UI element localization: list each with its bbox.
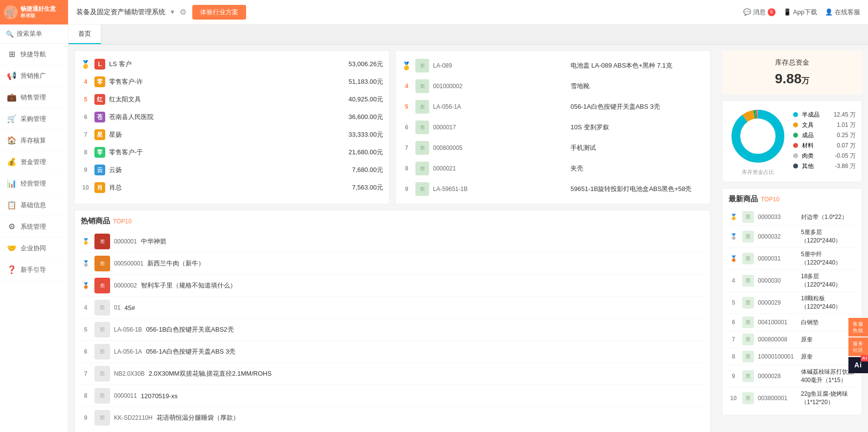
logo-subtitle: 标准版 bbox=[21, 12, 56, 19]
customer-amount-8: 7,563.00元 bbox=[352, 183, 383, 192]
viewed-name-6: 夹壳 bbox=[571, 164, 704, 173]
hot-rank-6: 6 bbox=[81, 348, 91, 355]
message-item[interactable]: 💬 消息 6 bbox=[743, 8, 776, 17]
sidebar-label-quick-nav: 快捷导航 bbox=[21, 50, 46, 59]
sidebar-item-sales[interactable]: 💼 销售管理 bbox=[0, 87, 68, 108]
marketing-icon: 📢 bbox=[7, 71, 17, 80]
newest-name-10: 22g鱼豆腐-烧烤味（1*12*20） bbox=[801, 390, 856, 407]
online-service-item[interactable]: 👤 在线客服 bbox=[825, 8, 860, 17]
purchase-icon: 🛒 bbox=[7, 114, 17, 123]
rank-num-5: 7 bbox=[81, 131, 91, 138]
medal-1-icon: 🥇 bbox=[81, 60, 91, 69]
newest-code-6: 004100001 bbox=[758, 319, 797, 326]
viewed-name-7: 59651-1B旋转投影灯电池盒ABS黑色+58壳 bbox=[571, 185, 704, 193]
content: 🥇 L LS 客户 53,006.26元 4 零 零售客户-许 51,183.0… bbox=[69, 45, 868, 432]
hot-product-6: 6 图 LA-056-1A 056-1A白色按键开关盖ABS 3壳 bbox=[81, 341, 704, 363]
viewed-name-1: 电池盖 LA-089 ABS本色+黑种 7.1克 bbox=[571, 61, 704, 70]
float-service-btn[interactable]: 客服热线 bbox=[848, 318, 868, 336]
hot-code-2: 000500001 bbox=[114, 260, 143, 267]
customer-name-2: 零售客户-许 bbox=[109, 77, 344, 86]
customer-amount-1: 53,006.26元 bbox=[348, 60, 383, 69]
sidebar-item-guide[interactable]: ❓ 新手引导 bbox=[0, 259, 68, 281]
customer-name-6: 零售客户-于 bbox=[109, 148, 344, 157]
rank-num-3: 5 bbox=[81, 96, 91, 103]
customer-rank-6: 8 零 零售客户-于 21,680.00元 bbox=[81, 145, 383, 160]
app-download-item[interactable]: 📱 App下载 bbox=[783, 8, 817, 17]
header-title-area: 装备及固定资产辅助管理系统 ▼ ⚙ bbox=[76, 7, 186, 17]
newest-thumb-3: 图 bbox=[742, 253, 754, 264]
sidebar-item-quick-nav[interactable]: ⊞ 快捷导航 bbox=[0, 44, 68, 65]
sales-icon: 💼 bbox=[7, 93, 17, 102]
newest-rank-6: 6 bbox=[729, 319, 738, 326]
newest-thumb-1: 图 bbox=[742, 211, 754, 223]
top-panels: 🥇 L LS 客户 53,006.26元 4 零 零售客户-许 51,183.0… bbox=[74, 50, 710, 204]
viewed-rank-7: 9 图 LA-59651-1B 59651-1B旋转投影灯电池盒ABS黑色+58… bbox=[402, 180, 704, 198]
search-menu[interactable]: 🔍 搜索菜单 bbox=[0, 24, 68, 44]
newest-name-2: 5厘多层（1220*2440） bbox=[801, 228, 856, 245]
settings-icon[interactable]: ⚙ bbox=[180, 7, 186, 17]
viewed-rank-3: 5 图 LA-056-1A 056-1A白色按键开关盖ABS 3壳 bbox=[402, 98, 704, 116]
sidebar-item-basic[interactable]: 📋 基础信息 bbox=[0, 194, 68, 216]
legend-label-0: 半成品 bbox=[802, 111, 820, 119]
hot-thumb-7: 图 bbox=[94, 366, 110, 382]
legend-item-4: 肉类 -0.05 万 bbox=[793, 152, 856, 160]
customer-badge-5: 星 bbox=[94, 129, 105, 140]
newest-item-3: 🥉 图 0000031 5厘中纤（1220*2440） bbox=[729, 248, 856, 270]
float-ai-btn[interactable]: Ai Ai bbox=[848, 357, 868, 373]
sidebar-item-operations[interactable]: 📊 经营管理 bbox=[0, 173, 68, 194]
customer-rank-8: 10 肖 肖总 7,563.00元 bbox=[81, 180, 383, 195]
hot-products-top-badge: TOP10 bbox=[113, 218, 132, 225]
rank-num-4: 6 bbox=[81, 114, 91, 120]
sidebar-item-purchase[interactable]: 🛒 采购管理 bbox=[0, 108, 68, 130]
hot-rank-1: 🥇 bbox=[81, 238, 91, 245]
customer-badge-4: 苍 bbox=[94, 112, 105, 122]
viewed-rank-5: 7 图 000800005 手机测试 bbox=[402, 139, 704, 157]
newest-thumb-2: 图 bbox=[742, 231, 754, 242]
newest-thumb-4: 图 bbox=[742, 275, 754, 287]
sidebar-item-inventory[interactable]: 🏠 库存核算 bbox=[0, 130, 68, 151]
donut-legend: 半成品 12.45 万 文具 1.01 万 bbox=[793, 111, 856, 172]
sidebar-label-finance: 资金管理 bbox=[21, 158, 46, 167]
hot-code-4: 01 bbox=[114, 304, 120, 311]
service-icon: 👤 bbox=[825, 8, 833, 16]
customer-rank-3: 5 红 红太阳文具 40,925.00元 bbox=[81, 92, 383, 107]
viewed-products-list: 🥇 图 LA-089 电池盖 LA-089 ABS本色+黑种 7.1克 4 图 … bbox=[402, 57, 704, 198]
hot-rank-4: 4 bbox=[81, 304, 91, 311]
sidebar-label-purchase: 采购管理 bbox=[21, 115, 46, 123]
newest-name-1: 封边带（1.0*22） bbox=[801, 213, 856, 221]
tab-home[interactable]: 首页 bbox=[69, 24, 101, 44]
sidebar-label-guide: 新手引导 bbox=[21, 265, 46, 274]
hot-thumb-5: 图 bbox=[94, 322, 110, 337]
sidebar-item-system[interactable]: ⚙ 系统管理 bbox=[0, 216, 68, 238]
cooperation-icon: 🤝 bbox=[7, 243, 17, 253]
hot-products-label: 热销商品 bbox=[81, 216, 110, 226]
hot-product-1: 🥇 图 0000001 中华神箭 bbox=[81, 231, 704, 253]
online-service-label: 在线客服 bbox=[835, 8, 860, 17]
hot-code-3: 0000002 bbox=[114, 282, 137, 289]
donut-chart bbox=[729, 107, 787, 166]
sidebar-label-operations: 经营管理 bbox=[21, 179, 46, 188]
newest-rank-10: 10 bbox=[729, 395, 738, 402]
viewed-thumb-5: 图 bbox=[415, 141, 429, 155]
sidebar-item-marketing[interactable]: 📢 营销推广 bbox=[0, 65, 68, 87]
float-community-btn[interactable]: 服务社区 bbox=[848, 337, 868, 356]
newest-item-10: 10 图 003800001 22g鱼豆腐-烧烤味（1*12*20） bbox=[729, 387, 856, 409]
sidebar-item-cooperation[interactable]: 🤝 企业协同 bbox=[0, 238, 68, 259]
viewed-rank-num-5: 7 bbox=[402, 144, 411, 151]
donut-section: 库存资金占比 半成品 12.45 万 bbox=[722, 100, 862, 182]
dropdown-icon[interactable]: ▼ bbox=[169, 8, 176, 16]
legend-item-1: 文具 1.01 万 bbox=[793, 121, 856, 129]
customer-name-4: 苍南县人民医院 bbox=[109, 113, 344, 121]
trial-button[interactable]: 体验行业方案 bbox=[192, 5, 246, 20]
operations-icon: 📊 bbox=[7, 179, 17, 188]
sidebar-item-finance[interactable]: 💰 资金管理 bbox=[0, 151, 68, 173]
hot-name-4: 45# bbox=[124, 304, 135, 312]
viewed-rank-num-2: 4 bbox=[402, 83, 411, 90]
donut-label: 库存资金占比 bbox=[729, 168, 787, 176]
customer-badge-1: L bbox=[94, 59, 105, 70]
newest-name-4: 18多层（1220*2440） bbox=[801, 272, 856, 289]
viewed-rank-4: 6 图 0000017 10S 变刹罗叙 bbox=[402, 119, 704, 136]
newest-name-8: 原奎 bbox=[801, 353, 856, 361]
newest-products-title: 最新商品 TOP10 bbox=[729, 194, 856, 204]
hot-thumb-6: 图 bbox=[94, 344, 110, 360]
